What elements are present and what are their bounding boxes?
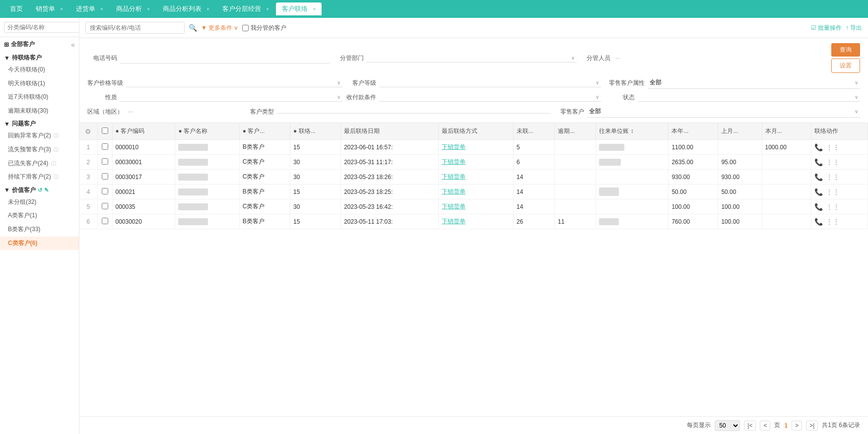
row-checkbox-3[interactable]	[102, 188, 108, 194]
per-page-select[interactable]: 50 100 200	[715, 420, 740, 431]
close-product-list-icon[interactable]: ×	[206, 6, 209, 12]
sidebar-search-input[interactable]	[4, 22, 79, 33]
filter-phone-input[interactable]	[120, 53, 330, 63]
nav-customer-segment[interactable]: 客户分层经营 ×	[216, 2, 275, 15]
nav-sales[interactable]: 销货单 ×	[30, 2, 69, 15]
my-customers-checkbox[interactable]	[242, 25, 249, 31]
nav-product-analysis[interactable]: 商品分析 ×	[110, 2, 156, 15]
action-more-icon-1[interactable]: ⋮⋮	[826, 158, 840, 166]
filter-retail-attr-select[interactable]: 全部∨	[648, 77, 860, 89]
sidebar-item-today[interactable]: 今天待联络(0)	[0, 63, 79, 77]
action-phone-icon-0[interactable]: 📞	[814, 143, 823, 151]
th-customer-code[interactable]: ● 客户编码	[112, 123, 175, 140]
batch-operation-btn[interactable]: ☑ 批量操作	[811, 24, 842, 32]
filter-person-ellipsis[interactable]: ···	[615, 55, 620, 62]
cell-check[interactable]	[97, 155, 112, 170]
cell-check[interactable]	[97, 199, 112, 214]
action-phone-icon-5[interactable]: 📞	[814, 218, 823, 226]
sidebar-item-7days[interactable]: 近7天待联络(0)	[0, 90, 79, 104]
last-page-btn[interactable]: >|	[806, 421, 818, 431]
th-contact-days[interactable]: ● 联络...	[290, 123, 341, 140]
cell-last-method[interactable]: 下销货单	[439, 214, 514, 229]
last-method-link-0[interactable]: 下销货单	[442, 143, 466, 150]
sidebar-item-warning[interactable]: 流失预警客户(3) ⓘ	[0, 143, 79, 157]
sidebar-item-class-c[interactable]: C类客户(6)	[0, 237, 79, 250]
action-phone-icon-2[interactable]: 📞	[814, 173, 823, 181]
th-last-month[interactable]: 上月...	[718, 123, 762, 140]
close-customer-segment-icon[interactable]: ×	[266, 6, 269, 12]
my-customers-checkbox-label[interactable]: 我分管的客户	[242, 24, 286, 32]
row-checkbox-4[interactable]	[102, 203, 108, 209]
filter-status-select[interactable]: ∨	[638, 93, 860, 102]
cell-check[interactable]	[97, 185, 112, 199]
cell-last-method[interactable]: 下销货单	[439, 155, 514, 170]
cell-last-method[interactable]: 下销货单	[439, 140, 514, 155]
action-more-icon-5[interactable]: ⋮⋮	[826, 218, 840, 226]
filter-customer-value-select[interactable]: ∨	[126, 78, 342, 87]
action-phone-icon-4[interactable]: 📞	[814, 203, 823, 211]
sidebar-item-lost[interactable]: 已流失客户(24) ⓘ	[0, 157, 79, 171]
cell-check[interactable]	[97, 140, 112, 155]
last-method-link-3[interactable]: 下销货单	[442, 188, 466, 195]
filter-gender-select[interactable]: ∨	[120, 93, 342, 102]
search-button[interactable]: 🔍	[189, 24, 197, 32]
th-account[interactable]: 往来单位账 ↕	[596, 123, 668, 140]
cell-check[interactable]	[97, 170, 112, 185]
sidebar-item-unclassified[interactable]: 未分组(32)	[0, 195, 79, 209]
sidebar-item-declining[interactable]: 持续下滑客户(2) ⓘ	[0, 170, 79, 184]
sidebar-collapse-icon[interactable]: «	[71, 41, 75, 49]
cell-last-method[interactable]: 下销货单	[439, 170, 514, 185]
filter-dept-select[interactable]: ∨	[367, 54, 577, 62]
settings-button[interactable]: 设置	[831, 59, 860, 73]
filter-region-ellipsis[interactable]: ···	[128, 108, 133, 115]
nav-home[interactable]: 首页	[4, 2, 29, 15]
th-last-method[interactable]: 最后联络方式	[439, 123, 514, 140]
sidebar-item-abnormal[interactable]: 回购异常客户(2) ⓘ	[0, 129, 79, 143]
last-method-link-4[interactable]: 下销货单	[442, 203, 466, 210]
th-check[interactable]	[97, 123, 112, 140]
action-more-icon-2[interactable]: ⋮⋮	[826, 173, 840, 181]
th-this-month[interactable]: 本月...	[762, 123, 811, 140]
row-checkbox-2[interactable]	[102, 173, 108, 180]
row-checkbox-5[interactable]	[102, 218, 108, 224]
refresh-icon-value[interactable]: ↺	[38, 187, 42, 193]
row-checkbox-1[interactable]	[102, 158, 108, 165]
next-page-btn[interactable]: >	[792, 421, 802, 431]
th-unliaison[interactable]: 未联...	[513, 123, 554, 140]
cell-last-method[interactable]: 下销货单	[439, 199, 514, 214]
first-page-btn[interactable]: |<	[744, 421, 756, 431]
sidebar-item-class-b[interactable]: B类客户(33)	[0, 223, 79, 237]
filter-retail-customer-select[interactable]: 全部 ∨	[587, 106, 860, 118]
th-year[interactable]: 本年...	[668, 123, 718, 140]
last-method-link-2[interactable]: 下销货单	[442, 173, 466, 180]
close-customer-contact-icon[interactable]: ×	[313, 6, 316, 12]
edit-icon-value[interactable]: ✎	[44, 187, 49, 193]
th-overdue[interactable]: 逾期...	[555, 123, 596, 140]
nav-purchase[interactable]: 进货单 ×	[70, 2, 109, 15]
prev-page-btn[interactable]: <	[760, 421, 770, 431]
sidebar-item-class-a[interactable]: A类客户(1)	[0, 209, 79, 223]
more-conditions-btn[interactable]: ▼ 更多条件 ∨	[201, 24, 238, 32]
close-sales-icon[interactable]: ×	[60, 6, 63, 12]
action-phone-icon-3[interactable]: 📞	[814, 188, 823, 196]
action-more-icon-4[interactable]: ⋮⋮	[826, 203, 840, 211]
filter-payment-select[interactable]: ∨	[379, 93, 601, 102]
nav-product-list[interactable]: 商品分析列表 ×	[157, 2, 215, 15]
last-method-link-5[interactable]: 下销货单	[442, 218, 466, 225]
select-all-checkbox[interactable]	[102, 127, 108, 134]
th-last-date[interactable]: 最后联络日期	[341, 123, 439, 140]
export-btn[interactable]: ↑ 导出	[846, 24, 862, 32]
filter-customer-type-select[interactable]	[277, 110, 550, 114]
sidebar-item-tomorrow[interactable]: 明天待联络(1)	[0, 77, 79, 91]
nav-customer-contact[interactable]: 客户联络 ×	[276, 2, 322, 15]
action-more-icon-3[interactable]: ⋮⋮	[826, 188, 840, 196]
sidebar-all-customers[interactable]: ⊞ 全部客户 «	[0, 37, 79, 52]
settings-gear-icon[interactable]: ⚙	[85, 127, 91, 135]
th-customer-type[interactable]: ● 客户...	[239, 123, 290, 140]
action-more-icon-0[interactable]: ⋮⋮	[826, 143, 840, 151]
search-input[interactable]	[85, 22, 185, 34]
query-button[interactable]: 查询	[831, 43, 860, 57]
cell-check[interactable]	[97, 214, 112, 229]
cell-last-method[interactable]: 下销货单	[439, 185, 514, 199]
sidebar-item-overdue[interactable]: 逾期未联络(30)	[0, 104, 79, 118]
